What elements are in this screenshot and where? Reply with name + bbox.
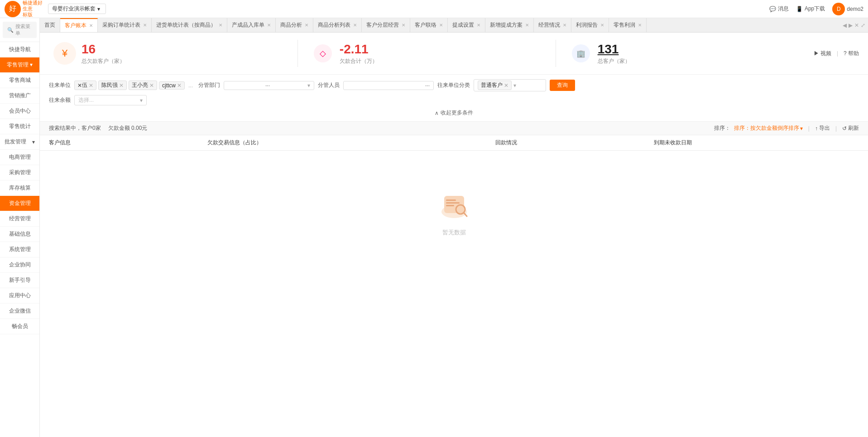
sidebar-item-quick-nav[interactable]: 快捷导航: [0, 42, 39, 57]
search-result-bar: 搜索结果中，客户0家 欠款金额 0.00元 排序： 排序：按欠款金额倒序排序 ▾…: [40, 122, 868, 135]
close-tab-customer-account[interactable]: ✕: [89, 23, 93, 28]
col-due-date: 到期未收款日期: [645, 135, 868, 151]
table-header: 客户信息 欠款交易信息（占比） 回款情况 到期未收款日期: [40, 135, 868, 151]
tab-scroll-right[interactable]: ▶: [849, 22, 853, 28]
refresh-button[interactable]: ↺ 刷新: [842, 124, 859, 132]
sort-button[interactable]: 排序：按欠款金额倒序排序 ▾: [734, 124, 803, 132]
logo-icon: 好: [5, 1, 21, 17]
remove-unit-class[interactable]: ✕: [504, 82, 508, 89]
stat-block-total-clients: 🏢 131 总客户（家）: [556, 42, 814, 65]
tab-customer-contact[interactable]: 客户联络 ✕: [410, 18, 448, 33]
tab-maximize[interactable]: ⤢: [861, 22, 865, 28]
close-tab-operation-status[interactable]: ✕: [563, 23, 566, 28]
sidebar-item-member-center[interactable]: 会员中心: [0, 104, 39, 119]
empty-icon: [436, 187, 472, 223]
tab-close-all[interactable]: ✕: [854, 22, 859, 28]
stat-value-customers: 16: [82, 42, 125, 57]
close-tab-incoming-stats[interactable]: ✕: [219, 23, 222, 28]
help-button[interactable]: ? 帮助: [844, 50, 859, 57]
sidebar-item-app-center[interactable]: 应用中心: [0, 288, 39, 304]
tab-purchase-order[interactable]: 采购订单统计表 ✕: [98, 18, 152, 33]
remove-tag-unit-2[interactable]: ✕: [149, 82, 154, 89]
filter-select-unit-class[interactable]: 普通客户 ✕ ▾: [474, 79, 546, 91]
sidebar-item-vip-member[interactable]: 畅会员: [0, 319, 39, 334]
svg-text:◇: ◇: [320, 49, 326, 58]
close-tab-product-analysis[interactable]: ✕: [305, 23, 308, 28]
filter-label-unit-class: 往来单位分类: [437, 81, 470, 89]
tab-promotion-settings[interactable]: 提成设置 ✕: [448, 18, 485, 33]
collapse-filters-button[interactable]: ∧ 收起更多条件: [435, 109, 473, 117]
close-tab-new-achievement[interactable]: ✕: [525, 23, 529, 28]
search-result-count: 搜索结果中，客户0家: [49, 124, 101, 132]
page-content: ¥ 16 总欠款客户（家） ◇: [40, 33, 868, 437]
close-tab-product-analysis-list[interactable]: ✕: [353, 23, 357, 28]
sidebar-item-operations[interactable]: 经营管理: [0, 211, 39, 227]
filter-select-dept[interactable]: ··· ▾: [224, 81, 314, 90]
sidebar-item-new-guide[interactable]: 新手引导: [0, 273, 39, 288]
tab-produce-inbound[interactable]: 产成品入库单 ✕: [227, 18, 276, 33]
close-tab-profit-report[interactable]: ✕: [600, 23, 604, 28]
sidebar-item-finance[interactable]: 资金管理: [0, 196, 39, 211]
sidebar-item-system[interactable]: 系统管理: [0, 242, 39, 257]
close-tab-purchase-order[interactable]: ✕: [143, 23, 147, 28]
remove-tag-unit-3[interactable]: ✕: [177, 82, 182, 89]
stat-label-customers: 总欠款客户（家）: [82, 57, 125, 65]
stat-icon-clients: 🏢: [570, 42, 592, 65]
filter-tag-unit-1: 陈民强 ✕: [98, 81, 127, 90]
tab-product-analysis[interactable]: 商品分析 ✕: [276, 18, 313, 33]
stat-block-debt: ◇ -2.11 欠款合计（万）: [298, 42, 556, 65]
remove-tag-unit-1[interactable]: ✕: [119, 82, 124, 89]
sidebar-item-retail-stats[interactable]: 零售统计: [0, 119, 39, 134]
filter-more-unit[interactable]: ...: [187, 82, 195, 89]
sidebar-item-marketing[interactable]: 营销推广: [0, 88, 39, 104]
sidebar-search-box[interactable]: 🔍 搜索菜单: [3, 22, 37, 38]
tab-scroll-left[interactable]: ◀: [843, 22, 847, 28]
close-tab-customer-tier[interactable]: ✕: [402, 23, 405, 28]
filter-select-balance[interactable]: 选择... ▾: [74, 95, 147, 105]
sidebar-item-ecommerce[interactable]: 电商管理: [0, 150, 39, 165]
query-button[interactable]: 查询: [550, 80, 575, 91]
content-area: 首页 客户账本 ✕ 采购订单统计表 ✕ 进货单统计表（按商品） ✕ 产成品入库单…: [40, 18, 868, 437]
filter-label-person: 分管人员: [318, 81, 340, 89]
sidebar-item-retail-mall[interactable]: 零售商城: [0, 73, 39, 88]
tab-profit-report[interactable]: 利润报告 ✕: [571, 18, 609, 33]
sidebar: 🔍 搜索菜单 快捷导航 零售管理 ▾ 零售商城 营销推广 会员中心 零售统计 批…: [0, 18, 40, 437]
sidebar-item-wholesale-management[interactable]: 批发管理 ▾: [0, 134, 39, 150]
filter-tag-unit-2: 王小亮 ✕: [129, 81, 157, 90]
sidebar-item-basic-info[interactable]: 基础信息: [0, 227, 39, 242]
tab-customer-tier[interactable]: 客户分层经营 ✕: [362, 18, 410, 33]
sidebar-item-inventory[interactable]: 库存核算: [0, 180, 39, 196]
stat-value-total-clients[interactable]: 131: [598, 42, 630, 57]
svg-rect-8: [446, 205, 454, 206]
sidebar-item-purchase[interactable]: 采购管理: [0, 165, 39, 180]
messages-button[interactable]: 💬 消息: [769, 5, 789, 13]
account-selector[interactable]: 母婴行业演示帐套 ▾: [48, 4, 106, 14]
tab-operation-status[interactable]: 经营情况 ✕: [534, 18, 571, 33]
tab-retail-profit[interactable]: 零售利润 ✕: [609, 18, 647, 33]
stat-label-total-clients: 总客户（家）: [598, 57, 630, 65]
close-tab-retail-profit[interactable]: ✕: [638, 23, 642, 28]
tab-incoming-stats[interactable]: 进货单统计表（按商品） ✕: [152, 18, 227, 33]
filter-tag-unit-3: cjttcw ✕: [159, 81, 185, 90]
export-button[interactable]: ↑ 导出: [815, 124, 830, 132]
close-tab-promotion-settings[interactable]: ✕: [477, 23, 480, 28]
sort-label: 排序：: [714, 124, 730, 132]
tab-new-achievement[interactable]: 新增提成方案 ✕: [485, 18, 534, 33]
remove-tag-unit-0[interactable]: ✕: [89, 82, 93, 89]
app-download-button[interactable]: 📱 App下载: [796, 5, 825, 13]
sidebar-item-enterprise-wechat[interactable]: 企业微信: [0, 304, 39, 319]
stat-icon-debt: ◇: [312, 42, 334, 65]
sidebar-item-enterprise-coop[interactable]: 企业协同: [0, 257, 39, 273]
stat-value-debt: -2.11: [340, 42, 378, 57]
close-tab-produce-inbound[interactable]: ✕: [267, 23, 271, 28]
sidebar-item-retail-management[interactable]: 零售管理 ▾: [0, 57, 39, 73]
user-menu[interactable]: D demo2: [832, 3, 863, 15]
top-right-actions: 💬 消息 📱 App下载 D demo2: [769, 3, 863, 15]
tab-product-analysis-list[interactable]: 商品分析列表 ✕: [313, 18, 362, 33]
top-bar: 好 畅捷通好生意 标版 母婴行业演示帐套 ▾ 💬 消息 📱 App下载 D de…: [0, 0, 868, 18]
tab-home[interactable]: 首页: [40, 18, 60, 33]
tab-customer-account[interactable]: 客户账本 ✕: [60, 18, 98, 33]
filter-select-person[interactable]: ···: [343, 81, 434, 90]
video-button[interactable]: ▶ 视频: [814, 50, 831, 57]
close-tab-customer-contact[interactable]: ✕: [439, 23, 443, 28]
